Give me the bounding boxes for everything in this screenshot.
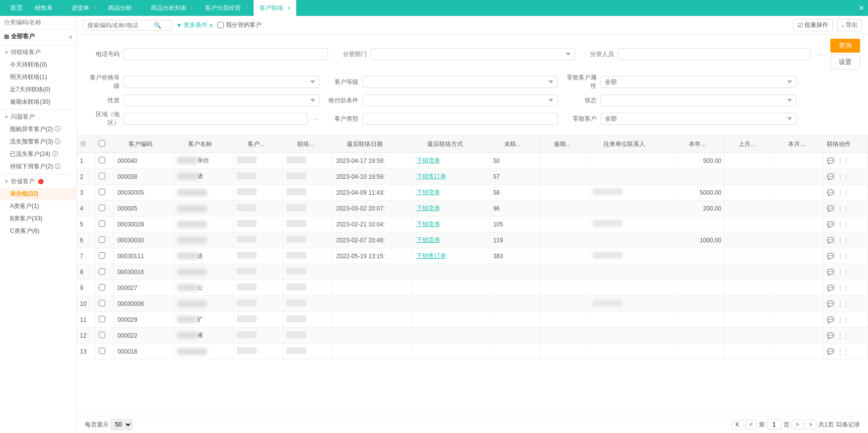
chat-icon[interactable]: 💬 <box>827 332 834 339</box>
more-icon[interactable]: ⋮⋮ <box>837 285 849 291</box>
col-code[interactable]: ⋮⋮客户编码 <box>114 136 174 153</box>
close-sales-tab[interactable]: × <box>57 5 60 11</box>
row-checkbox[interactable] <box>99 189 105 195</box>
last-method-link[interactable]: 下销货单 <box>416 189 440 196</box>
filter-payment-select[interactable] <box>362 94 558 106</box>
tab-customer-segment[interactable]: 客户分层经营 × <box>199 0 254 16</box>
filter-retail-attr-select[interactable]: 全部 <box>601 76 797 88</box>
row-checkbox[interactable] <box>99 300 105 306</box>
chat-icon[interactable]: 💬 <box>827 285 834 291</box>
row-checkbox[interactable] <box>99 173 105 179</box>
chat-icon[interactable]: 💬 <box>827 221 834 228</box>
row-checkbox-cell[interactable] <box>95 264 114 280</box>
row-checkbox-cell[interactable] <box>95 328 114 344</box>
last-method-link[interactable]: 下销货单 <box>416 236 440 243</box>
export-button[interactable]: ↓ 导出 <box>837 19 862 31</box>
more-icon[interactable]: ⋮⋮ <box>837 157 849 164</box>
row-checkbox-cell[interactable] <box>95 296 114 312</box>
sidebar-item-abnormal[interactable]: 囤购异常客户(2) ⓘ <box>0 123 76 136</box>
last-method-link[interactable]: 下销货单 <box>416 205 440 212</box>
col-last-method[interactable]: ⋮⋮最后联络方式 <box>413 136 490 153</box>
row-checkbox[interactable] <box>99 220 105 227</box>
filter-phone-input[interactable] <box>124 48 328 60</box>
col-partner[interactable]: ⋮⋮往来单位联系人 <box>589 136 675 153</box>
col-checkbox[interactable] <box>95 136 114 153</box>
filter-retail-cust-select[interactable]: 全部 <box>601 113 797 125</box>
row-checkbox-cell[interactable] <box>95 216 114 232</box>
chat-icon[interactable]: 💬 <box>827 348 834 355</box>
next-page-btn[interactable]: > <box>792 420 803 430</box>
more-icon[interactable]: ⋮⋮ <box>837 221 849 228</box>
chat-icon[interactable]: 💬 <box>827 173 834 180</box>
last-method-link[interactable]: 下销售订单 <box>416 173 446 180</box>
sidebar-item-overdue[interactable]: 逾期未联络(30) <box>0 96 76 108</box>
row-checkbox[interactable] <box>99 316 105 322</box>
more-icon[interactable]: ⋮⋮ <box>837 316 849 323</box>
col-type[interactable]: ⋮⋮客户... <box>234 136 283 153</box>
filter-status-select[interactable] <box>601 94 797 106</box>
select-all-checkbox[interactable] <box>99 140 105 146</box>
page-size-select[interactable]: 50 <box>111 419 133 430</box>
more-icon[interactable]: ⋮⋮ <box>837 300 849 307</box>
row-checkbox-cell[interactable] <box>95 153 114 169</box>
region-dots[interactable]: ··· <box>314 115 320 123</box>
row-checkbox-cell[interactable] <box>95 185 114 201</box>
close-customer-segment-tab[interactable]: × <box>245 5 248 11</box>
sidebar-item-declining[interactable]: 持续下滑客户(2) ⓘ <box>0 160 76 173</box>
filter-region-input[interactable] <box>124 113 308 125</box>
col-contact[interactable]: ⋮⋮联络... <box>283 136 333 153</box>
row-checkbox-cell[interactable] <box>95 169 114 185</box>
sidebar-item-tomorrow[interactable]: 明天待联络(1) <box>0 71 76 83</box>
col-overdue[interactable]: ⋮⋮逾期... <box>539 136 589 153</box>
search-icon[interactable]: 🔍 <box>154 22 161 29</box>
row-checkbox-cell[interactable] <box>95 232 114 248</box>
filter-manager-input[interactable] <box>618 48 810 60</box>
col-last-month[interactable]: ⋮⋮上月... <box>725 136 774 153</box>
all-customers-header[interactable]: ⊞ 全部客户 « <box>0 29 76 44</box>
first-page-btn[interactable]: K <box>732 420 743 430</box>
tab-sales[interactable]: 销售单 × <box>29 0 66 16</box>
chat-icon[interactable]: 💬 <box>827 269 834 276</box>
sidebar-item-churn-warning[interactable]: 流失预警客户(3) ⓘ <box>0 136 76 148</box>
sidebar-item-class-b[interactable]: B类客户(33) <box>0 213 76 225</box>
row-checkbox[interactable] <box>99 332 105 338</box>
col-name[interactable]: ⋮⋮客户名称 <box>174 136 234 153</box>
last-method-link[interactable]: 下销售订单 <box>416 252 446 259</box>
filter-nature-select[interactable] <box>124 94 320 106</box>
row-checkbox[interactable] <box>99 268 105 275</box>
filter-cust-type-input[interactable] <box>362 113 558 125</box>
col-no-contact[interactable]: ⋮⋮未联... <box>490 136 539 153</box>
group-problem[interactable]: ▼ 问题客户 <box>0 111 76 123</box>
row-checkbox[interactable] <box>99 348 105 354</box>
sidebar-item-class-a[interactable]: A类客户(1) <box>0 200 76 213</box>
manager-dots[interactable]: ··· <box>816 50 822 58</box>
more-icon[interactable]: ⋮⋮ <box>837 269 849 276</box>
tab-purchase[interactable]: 进货单 × <box>66 0 102 16</box>
close-purchase-tab[interactable]: × <box>93 5 96 11</box>
row-checkbox[interactable] <box>99 284 105 290</box>
filter-cust-level-select[interactable] <box>362 76 558 88</box>
sidebar-item-class-c[interactable]: C类客户(6) <box>0 225 76 237</box>
more-icon[interactable]: ⋮⋮ <box>837 205 849 212</box>
prev-page-btn[interactable]: < <box>745 420 757 430</box>
chat-icon[interactable]: 💬 <box>827 316 834 323</box>
tab-customer-contact[interactable]: 客户联络 × <box>254 0 296 16</box>
last-page-btn[interactable]: > <box>805 420 816 430</box>
search-input[interactable] <box>87 22 152 29</box>
row-checkbox-cell[interactable] <box>95 201 114 216</box>
col-this-year[interactable]: ⋮⋮本年... <box>675 136 725 153</box>
close-all-button[interactable]: × <box>859 3 864 13</box>
more-icon[interactable]: ⋮⋮ <box>837 237 849 244</box>
row-checkbox[interactable] <box>99 205 105 211</box>
row-checkbox-cell[interactable] <box>95 248 114 264</box>
tab-product-analysis[interactable]: 商品分析 × <box>102 0 145 16</box>
filter-dept-select[interactable] <box>371 48 575 60</box>
query-button[interactable]: 查询 <box>830 39 860 53</box>
close-customer-contact-tab[interactable]: × <box>287 5 290 11</box>
row-checkbox-cell[interactable] <box>95 344 114 360</box>
group-value[interactable]: ▼ 价值客户 🔴 <box>0 175 76 188</box>
filter-price-level-select[interactable] <box>124 76 320 88</box>
group-pending-contact[interactable]: ▼ 待联络客户 <box>0 46 76 59</box>
sidebar-item-today[interactable]: 今天待联络(0) <box>0 59 76 71</box>
page-input[interactable] <box>767 420 782 430</box>
